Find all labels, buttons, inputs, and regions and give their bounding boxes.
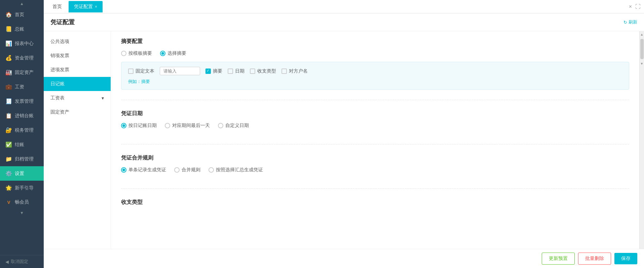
- summary-section: 摘要配置 按模板摘要 选择摘要: [121, 38, 629, 100]
- custom-date-input[interactable]: [218, 123, 223, 128]
- nav-item-sales-invoice[interactable]: 销项发票: [44, 49, 111, 63]
- date-section: 凭证日期 按日记账日期 对应期间最后一天: [121, 110, 629, 144]
- sidebar-scroll-up[interactable]: ▲: [0, 0, 44, 7]
- fixed-assets-icon: 🏭: [5, 69, 12, 76]
- bottom-bar: 更新预置 批量删除 保存: [44, 249, 644, 268]
- by-journal-date-input[interactable]: [121, 123, 126, 128]
- date-section-title: 凭证日期: [121, 110, 629, 117]
- scroll-down-arrow[interactable]: ▼: [639, 60, 644, 67]
- example-text: 例如：摘要: [128, 79, 622, 85]
- template-mode-input[interactable]: [121, 51, 126, 56]
- sidebar-item-member[interactable]: V 畅会员: [0, 195, 44, 209]
- guide-icon: 🌟: [5, 185, 12, 191]
- fixed-text-field[interactable]: [160, 67, 200, 75]
- fixed-text-checkbox[interactable]: 固定文本: [128, 68, 154, 74]
- date-checkbox[interactable]: 日期: [228, 68, 244, 74]
- sidebar-item-settings[interactable]: ⚙️ 设置: [0, 166, 44, 181]
- sidebar-item-settlement[interactable]: ✅ 结账: [0, 137, 44, 152]
- scroll-thumb[interactable]: [640, 39, 644, 59]
- income-type-checkbox[interactable]: 收支类型: [250, 68, 276, 74]
- summary-options-row: 固定文本 摘要 日期: [128, 67, 622, 75]
- nav-item-purchase-invoice[interactable]: 进项发票: [44, 63, 111, 77]
- sidebar-item-tax[interactable]: 🔐 税务管理: [0, 123, 44, 137]
- nav-item-journal[interactable]: 日记账: [44, 77, 111, 91]
- tax-icon: 🔐: [5, 127, 12, 133]
- archive-icon: 📁: [5, 156, 12, 162]
- nav-item-payroll[interactable]: 工资表 ▾: [44, 91, 111, 105]
- sidebar-item-archive[interactable]: 📁 归档管理: [0, 152, 44, 166]
- page-content: 凭证配置 ↻ 刷新 公共选项 销项发票 进项发票 日记账: [44, 13, 644, 268]
- page-title: 凭证配置: [50, 18, 75, 26]
- salary-icon: 💼: [5, 84, 12, 90]
- refresh-button[interactable]: ↻ 刷新: [623, 19, 637, 25]
- pin-icon: ◀: [5, 259, 9, 264]
- template-mode-radio[interactable]: 按模板摘要: [121, 50, 152, 56]
- tab-voucher-config[interactable]: 凭证配置 ×: [69, 1, 103, 12]
- sidebar-item-sales-ledger[interactable]: 📋 进销台账: [0, 108, 44, 123]
- merge-rule-input[interactable]: [174, 167, 180, 173]
- sidebar-item-fixed-assets[interactable]: 🏭 固定资产: [0, 65, 44, 80]
- home-icon: 🏠: [5, 11, 12, 18]
- summary-section-title: 摘要配置: [121, 38, 629, 45]
- counterparty-checkbox[interactable]: 对方户名: [281, 68, 308, 74]
- by-selection-input[interactable]: [209, 167, 214, 173]
- by-selection-radio[interactable]: 按照选择汇总生成凭证: [209, 167, 263, 173]
- payroll-expand-icon: ▾: [102, 95, 104, 101]
- last-day-input[interactable]: [165, 123, 170, 128]
- select-mode-radio[interactable]: 选择摘要: [160, 50, 186, 56]
- sidebar: ▲ 🏠 首页 📒 总账 📊 报表中心 💰 资金管理 🏭 固定资产 💼 工资 🧾 …: [0, 0, 44, 268]
- nav-item-public[interactable]: 公共选项: [44, 35, 111, 49]
- by-journal-date-radio[interactable]: 按日记账日期: [121, 123, 157, 129]
- last-day-radio[interactable]: 对应期间最后一天: [165, 123, 210, 129]
- reports-icon: 📊: [5, 40, 12, 47]
- window-close-button[interactable]: ×: [629, 4, 632, 10]
- tab-home[interactable]: 首页: [47, 1, 67, 12]
- scroll-up-arrow[interactable]: ▲: [639, 31, 644, 38]
- right-content: 摘要配置 按模板摘要 选择摘要: [111, 31, 639, 249]
- sidebar-item-guide[interactable]: 🌟 新手引导: [0, 181, 44, 195]
- counterparty-input[interactable]: [281, 69, 287, 74]
- sidebar-item-ledger[interactable]: 📒 总账: [0, 22, 44, 36]
- funds-icon: 💰: [5, 55, 12, 61]
- sidebar-item-salary[interactable]: 💼 工资: [0, 80, 44, 94]
- settlement-icon: ✅: [5, 141, 12, 148]
- merge-rule-radio[interactable]: 合并规则: [174, 167, 200, 173]
- sidebar-item-home[interactable]: 🏠 首页: [0, 7, 44, 22]
- refresh-icon: ↻: [623, 20, 627, 25]
- tab-close-button[interactable]: ×: [95, 4, 97, 9]
- left-nav: 公共选项 销项发票 进项发票 日记账 工资表 ▾ 固定资产: [44, 31, 111, 249]
- single-record-radio[interactable]: 单条记录生成凭证: [121, 167, 166, 173]
- income-type-section-title: 收支类型: [121, 199, 629, 206]
- income-type-input[interactable]: [250, 69, 255, 74]
- save-button[interactable]: 保存: [614, 253, 637, 264]
- ledger-icon: 📒: [5, 26, 12, 32]
- batch-delete-button[interactable]: 批量删除: [578, 253, 611, 265]
- cancel-fixed-button[interactable]: ◀ 取消固定: [0, 255, 44, 268]
- sidebar-scroll-down[interactable]: ▼: [0, 209, 44, 217]
- main-area: 首页 凭证配置 × × ⛶ 凭证配置 ↻ 刷新 公共选项: [44, 0, 644, 268]
- content-layout: 公共选项 销项发票 进项发票 日记账 工资表 ▾ 固定资产: [44, 31, 644, 249]
- page-header: 凭证配置 ↻ 刷新: [44, 13, 644, 31]
- date-input[interactable]: [228, 69, 233, 74]
- fixed-text-input[interactable]: [128, 69, 134, 74]
- sidebar-item-funds[interactable]: 💰 资金管理: [0, 51, 44, 65]
- nav-item-fixed-assets[interactable]: 固定资产: [44, 105, 111, 119]
- update-preview-button[interactable]: 更新预置: [542, 253, 575, 265]
- select-mode-input[interactable]: [160, 51, 165, 56]
- member-icon: V: [5, 200, 12, 205]
- summary-input[interactable]: [205, 69, 211, 74]
- invoice-mgmt-icon: 🧾: [5, 98, 12, 104]
- summary-config-box: 固定文本 摘要 日期: [121, 62, 629, 90]
- scrollbar[interactable]: ▲ ▼: [639, 31, 644, 249]
- sidebar-item-reports[interactable]: 📊 报表中心: [0, 36, 44, 51]
- window-maximize-button[interactable]: ⛶: [635, 4, 641, 10]
- window-controls: × ⛶: [629, 4, 641, 10]
- tab-bar: 首页 凭证配置 × × ⛶: [44, 0, 644, 13]
- income-type-section: 收支类型: [121, 199, 629, 221]
- single-record-input[interactable]: [121, 167, 126, 173]
- custom-date-radio[interactable]: 自定义日期: [218, 123, 249, 129]
- settings-icon: ⚙️: [5, 170, 12, 177]
- summary-checkbox[interactable]: 摘要: [205, 68, 222, 74]
- sidebar-item-invoice-mgmt[interactable]: 🧾 发票管理: [0, 94, 44, 108]
- merge-options-group: 单条记录生成凭证 合并规则 按照选择汇总生成凭证: [121, 167, 629, 173]
